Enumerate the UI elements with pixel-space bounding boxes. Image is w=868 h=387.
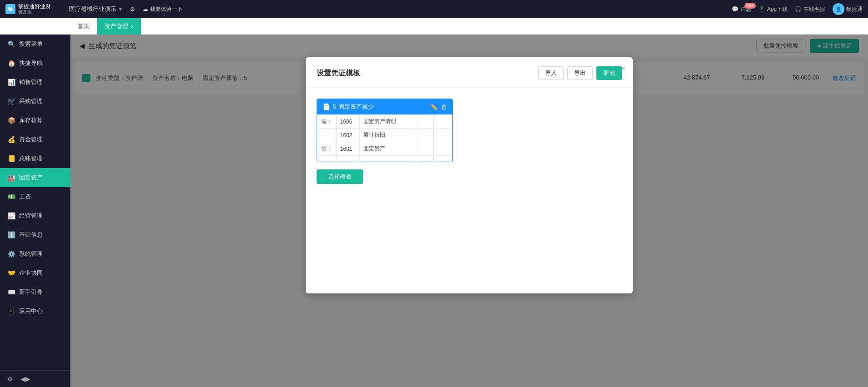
import-button[interactable]: 导入 [538, 66, 564, 80]
template-table: 借： 1606 固定资产清理 1602 [317, 114, 452, 162]
row-2-amount [415, 129, 434, 142]
row-1-side: 借： [317, 115, 337, 129]
operations-icon: 📈 [7, 212, 15, 219]
experience-link[interactable]: ☁ 我要体验一下 [143, 5, 183, 13]
company-dropdown-arrow: ▼ [118, 7, 123, 12]
sidebar-item-quick-nav[interactable]: 🏠 快捷导航 [0, 54, 70, 73]
row-3-name: 固定资产 [359, 142, 415, 156]
template-card: 📄 5-固定资产减少 ✏️ 🗑 借： [317, 99, 453, 162]
row-4-amount [415, 156, 434, 162]
modal-close-button[interactable]: × [621, 64, 625, 73]
main-layout: 🔍 搜索菜单 🏠 快捷导航 📊 销售管理 🛒 采购管理 📦 库存核 [0, 35, 868, 387]
sidebar-label-ledger: 总账管理 [19, 154, 43, 163]
settings-bottom-icon[interactable]: ⚙ [7, 375, 13, 382]
sidebar-item-payroll[interactable]: 💵 工资 [0, 187, 70, 206]
guide-icon: 📖 [7, 288, 15, 296]
service-label: 在线客服 [804, 5, 825, 13]
sidebar-label-purchase: 采购管理 [19, 97, 43, 105]
topbar-center: 医疗器械行业演示 ▼ ⚙ ☁ 我要体验一下 [69, 3, 732, 15]
service-icon: 🎧 [795, 6, 802, 12]
sidebar-item-ledger[interactable]: 📒 总账管理 [0, 149, 70, 168]
avatar: 👤 [833, 3, 844, 15]
app-download-label: App下载 [767, 5, 788, 13]
sidebar-label-app-center: 应用中心 [19, 307, 43, 315]
sidebar-label-payroll: 工资 [19, 193, 31, 201]
template-card-header: 📄 5-固定资产减少 ✏️ 🗑 [317, 99, 452, 114]
row-3-side: 贷： [317, 142, 337, 156]
sidebar-items: 🔍 搜索菜单 🏠 快捷导航 📊 销售管理 🛒 采购管理 📦 库存核 [0, 35, 70, 370]
sidebar-item-sales[interactable]: 📊 销售管理 [0, 73, 70, 92]
tab-asset-label: 资产管理 [104, 22, 128, 30]
row-1-name: 固定资产清理 [359, 115, 415, 129]
sidebar-item-funds[interactable]: 💰 资金管理 [0, 130, 70, 149]
sidebar-label-funds: 资金管理 [19, 135, 43, 144]
user-profile[interactable]: 👤 畅捷通 [833, 3, 863, 15]
template-row-1: 借： 1606 固定资产清理 [317, 115, 452, 129]
row-3-code: 1601 [336, 142, 359, 156]
row-4-code [336, 156, 359, 162]
message-badge: 99+ [744, 3, 756, 9]
sidebar-item-operations[interactable]: 📈 经营管理 [0, 206, 70, 225]
sidebar-wrapper: 🔍 搜索菜单 🏠 快捷导航 📊 销售管理 🛒 采购管理 📦 库存核 [0, 35, 70, 387]
sidebar-item-app-center[interactable]: 📱 应用中心 [0, 302, 70, 321]
modal-header-actions: 导入 导出 新增 [538, 66, 622, 80]
settings-icon[interactable]: ⚙ [126, 3, 139, 15]
tab-home[interactable]: 首页 [70, 18, 97, 35]
tabbar: 首页 资产管理 × [0, 18, 868, 35]
tab-close-icon[interactable]: × [131, 24, 134, 29]
sidebar-label-basic-info: 基础信息 [19, 231, 43, 239]
sidebar-item-search[interactable]: 🔍 搜索菜单 [0, 35, 70, 54]
row-3-extra [434, 142, 452, 156]
home-icon: 🏠 [7, 60, 15, 67]
new-template-button[interactable]: 新增 [596, 66, 622, 80]
template-row-3: 贷： 1601 固定资产 [317, 142, 452, 156]
template-delete-icon[interactable]: 🗑 [441, 104, 447, 110]
logo-icon: 畅 [5, 4, 15, 14]
sidebar-bottom: ⚙ ◀▶ [0, 370, 70, 387]
sidebar-item-inventory[interactable]: 📦 库存核算 [0, 111, 70, 130]
collapse-icon[interactable]: ◀▶ [20, 375, 30, 382]
sidebar-label-system: 系统管理 [19, 250, 43, 258]
sidebar-label-guide: 新手引导 [19, 288, 43, 296]
funds-icon: 💰 [7, 136, 15, 143]
row-1-amount [415, 115, 434, 129]
basic-info-icon: ℹ️ [7, 231, 15, 238]
template-header-actions: ✏️ 🗑 [430, 104, 447, 110]
template-edit-icon[interactable]: ✏️ [430, 104, 437, 110]
app-download-button[interactable]: 📱 App下载 [759, 5, 788, 13]
row-4-side [317, 156, 337, 162]
message-icon: 💬 [732, 6, 739, 12]
company-name: 医疗器械行业演示 [69, 5, 116, 13]
template-doc-icon: 📄 [322, 103, 330, 110]
template-row-2: 1602 累计折旧 [317, 129, 452, 142]
fixed-assets-icon: 🏭 [7, 174, 15, 181]
sidebar-label-enterprise: 企业协同 [19, 269, 43, 277]
sidebar-label-inventory: 库存核算 [19, 116, 43, 124]
sidebar-item-fixed-assets[interactable]: 🏭 固定资产 [0, 168, 70, 187]
tab-asset-management[interactable]: 资产管理 × [97, 18, 141, 35]
inventory-icon: 📦 [7, 117, 15, 124]
ledger-icon: 📒 [7, 155, 15, 162]
sidebar-label-operations: 经营管理 [19, 212, 43, 220]
template-card-body: 借： 1606 固定资产清理 1602 [317, 114, 452, 162]
sidebar-item-system[interactable]: ⚙️ 系统管理 [0, 244, 70, 263]
purchase-icon: 🛒 [7, 98, 15, 105]
modal-body: 📄 5-固定资产减少 ✏️ 🗑 借： [306, 88, 633, 195]
sidebar-item-purchase[interactable]: 🛒 采购管理 [0, 92, 70, 111]
row-2-side [317, 129, 337, 142]
sidebar-label-search: 搜索菜单 [19, 40, 43, 48]
sidebar-label-sales: 销售管理 [19, 78, 43, 86]
company-selector[interactable]: 医疗器械行业演示 ▼ [69, 5, 123, 13]
row-4-name [359, 156, 415, 162]
message-button[interactable]: 💬 消息 99+ [732, 5, 751, 13]
sidebar-item-enterprise[interactable]: 🤝 企业协同 [0, 263, 70, 283]
select-template-button[interactable]: 选择模板 [317, 169, 363, 184]
sidebar-label-fixed-assets: 固定资产 [19, 174, 43, 182]
row-2-extra [434, 129, 452, 142]
online-service-button[interactable]: 🎧 在线客服 [795, 5, 825, 13]
sidebar-item-basic-info[interactable]: ℹ️ 基础信息 [0, 225, 70, 244]
template-row-4 [317, 156, 452, 162]
sidebar-item-guide[interactable]: 📖 新手引导 [0, 283, 70, 302]
export-button[interactable]: 导出 [567, 66, 593, 80]
app-center-icon: 📱 [7, 308, 15, 315]
